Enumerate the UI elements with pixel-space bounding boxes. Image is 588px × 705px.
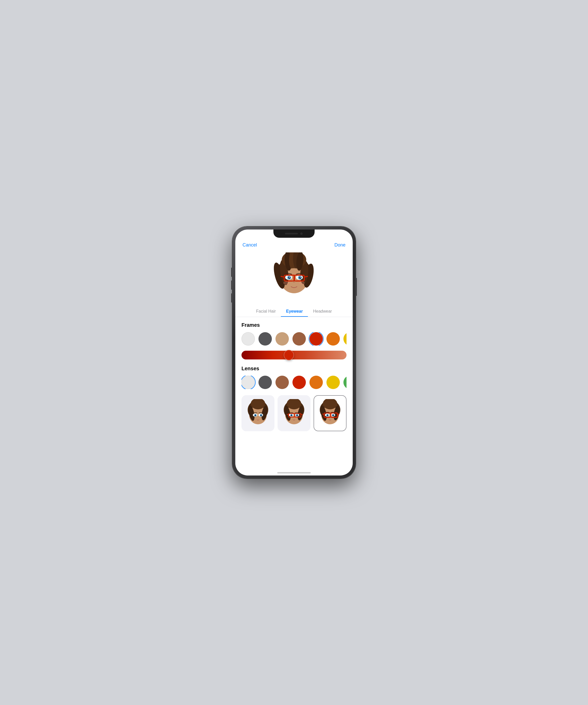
memoji-avatar	[270, 252, 318, 301]
home-bar	[277, 472, 311, 473]
lens-color-yellow[interactable]	[326, 376, 340, 389]
svg-point-24	[283, 281, 289, 285]
tab-headwear[interactable]: Headwear	[308, 307, 337, 317]
frame-preview-svg-1	[280, 399, 308, 427]
frame-preview-svg-none	[244, 399, 272, 427]
lenses-section: Lenses	[241, 366, 347, 389]
frame-color-orange[interactable]	[326, 332, 340, 345]
frame-preview-svg-2	[316, 399, 344, 427]
frame-color-red[interactable]	[309, 332, 323, 345]
notch	[273, 230, 315, 238]
done-button[interactable]: Done	[334, 242, 346, 248]
header: Cancel Done	[235, 239, 353, 250]
lens-color-orange[interactable]	[309, 376, 323, 389]
frame-style-1[interactable]	[277, 395, 311, 431]
svg-line-66	[323, 414, 324, 415]
slider-thumb[interactable]	[284, 350, 294, 360]
svg-point-62	[332, 415, 334, 416]
frames-color-swatches	[241, 332, 347, 345]
svg-point-47	[296, 415, 298, 416]
tab-facial-hair[interactable]: Facial Hair	[251, 307, 281, 317]
frame-color-white[interactable]	[241, 332, 255, 345]
lens-color-dark-gray[interactable]	[259, 376, 272, 389]
frames-slider[interactable]	[241, 351, 347, 360]
memoji-svg	[270, 252, 318, 301]
slider-track	[241, 351, 347, 360]
frame-style-2[interactable]	[314, 395, 347, 431]
home-indicator	[235, 468, 353, 475]
svg-point-17	[289, 277, 290, 278]
lens-color-green[interactable]	[344, 376, 347, 389]
frame-color-brown[interactable]	[292, 332, 306, 345]
phone-device: Cancel Done	[232, 226, 356, 479]
speaker	[285, 233, 298, 234]
lenses-title: Lenses	[241, 366, 347, 372]
svg-point-61	[327, 415, 328, 416]
camera	[300, 232, 303, 235]
svg-point-46	[291, 415, 292, 416]
lens-color-white[interactable]	[241, 376, 255, 389]
cancel-button[interactable]: Cancel	[242, 242, 257, 248]
frame-style-previews	[241, 395, 347, 431]
phone-screen: Cancel Done	[235, 230, 353, 475]
frames-section: Frames	[241, 322, 347, 360]
avatar-area	[235, 250, 353, 307]
scroll-content: Frames	[235, 317, 353, 468]
lenses-color-swatches	[241, 376, 347, 389]
frame-color-yellow[interactable]	[344, 332, 347, 345]
lens-color-red[interactable]	[292, 376, 306, 389]
tab-eyewear[interactable]: Eyewear	[281, 307, 308, 317]
frames-title: Frames	[241, 322, 347, 328]
svg-point-25	[299, 281, 305, 285]
tab-bar: Facial Hair Eyewear Headwear	[235, 307, 353, 317]
lens-color-brown[interactable]	[275, 376, 289, 389]
svg-point-18	[300, 277, 301, 278]
svg-line-65	[337, 414, 339, 415]
svg-point-36	[260, 415, 262, 416]
frame-style-none[interactable]	[241, 395, 274, 431]
frame-color-dark-gray[interactable]	[259, 332, 272, 345]
frame-color-tan[interactable]	[275, 332, 289, 345]
screen-content: Cancel Done	[235, 230, 353, 475]
svg-point-35	[255, 415, 256, 416]
